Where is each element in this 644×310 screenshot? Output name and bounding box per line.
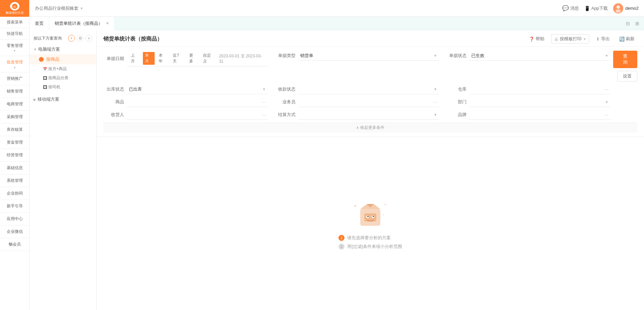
product-label: 商品 [103,99,127,105]
receipt-status-select[interactable]: ▼ [300,87,437,91]
svg-text:好: 好 [13,5,16,8]
warehouse-control[interactable]: ··· [469,84,610,94]
doc-status-control[interactable]: 已生效 ▼ [469,51,610,61]
recipient-control[interactable]: ··· [127,110,268,120]
recipient-label: 收货人 [103,112,127,118]
tab-right-buttons: ⊟ ⊞ [624,19,644,28]
chevron-down-icon: ▼ [605,54,608,58]
empty-illustration: ✦ ✦ ✦ [350,197,390,231]
add-scheme-btn[interactable]: + [68,35,75,42]
tab-home[interactable]: 首页 [30,17,49,30]
out-status-select[interactable]: 已出库 ▼ [129,86,266,92]
date-7days[interactable]: 近7天 [171,52,185,65]
pc-group: ▼ 电脑端方案 按商品 📅 按月+商品 🔲 按商品分类 🔲 按司机 [30,44,96,94]
empty-tip-2: 2 用[过滤]条件来缩小分析范围 [338,244,402,250]
collapse-filter-bar[interactable]: ∧ 收起更多条件 [103,122,637,133]
chevron-down-icon: ▼ [605,100,608,104]
sidebar-item-ecommerce[interactable]: 电商管理 [0,98,29,111]
doc-type-label: 单据类型 [275,53,298,59]
phone-icon: 📱 [584,6,590,11]
sidebar-item-finance[interactable]: 资金管理 [0,136,29,149]
collapse-panel-btn[interactable]: « [86,35,92,42]
tree-sub-category[interactable]: 🔲 按商品分类 [30,73,96,83]
export-btn[interactable]: ⬆ 导出 [593,35,612,43]
quick-nav-item[interactable]: 快捷导航 [0,28,29,40]
calendar-icon: 📅 [43,67,47,71]
sidebar-item-retail[interactable]: 零售管理 ▼ [0,40,29,56]
product-control[interactable]: ··· [127,97,268,107]
doc-type-value: 销货单 [300,53,432,59]
sidebar-item-newbie[interactable]: 新手引导 [0,200,29,213]
collapse-icon: ∧ [356,125,359,130]
doc-type-control[interactable]: 销货单 ▼ [298,51,439,61]
doc-status-select[interactable]: 已生效 ▼ [471,53,608,59]
department-select[interactable]: ▼ [471,100,608,104]
tab-minimize-btn[interactable]: ⊟ [624,19,632,28]
tree-sub-scanner[interactable]: 🔲 按司机 [30,83,96,92]
sidebar-item-purchase[interactable]: 采购管理 [0,111,29,123]
date-last-month[interactable]: 上月 [129,52,141,65]
filter-action-col: 查询 设置 [610,51,637,82]
more-icon[interactable]: ··· [433,99,437,105]
tab-maximize-btn[interactable]: ⊞ [633,19,641,28]
chevron-down-icon: ▼ [433,87,437,91]
help-btn[interactable]: ❓ 帮助 [526,35,547,43]
receipt-status-control[interactable]: ▼ [298,84,439,94]
tab-bar: 首页 销货单统计表（按商品） ✕ ⊟ ⊞ [30,17,644,30]
sub-item-label: 按商品分类 [48,75,68,81]
mobile-group-header[interactable]: ▶ 移动端方案 [30,94,96,104]
user-profile-btn[interactable]: demo2 [613,3,639,13]
date-custom[interactable]: 自定义 [201,52,217,65]
tab-report[interactable]: 销货单统计表（按商品） ✕ [49,17,115,30]
settlement-select[interactable]: ▼ [300,113,437,117]
print-template-btn[interactable]: 🖨 按模板打印 ▼ [551,34,589,44]
date-filter-control[interactable]: 上月 本月 本年 近7天 更多 自定义 2023-03-01 至 2023-03… [127,51,268,66]
sidebar-item-apps[interactable]: 应用中心 [0,213,29,225]
sidebar-item-sales[interactable]: 销售管理 [0,85,29,98]
out-status-control[interactable]: 已出库 ▼ [127,84,268,94]
warehouse-label: 仓库 [446,86,469,92]
sidebar-item-ops[interactable]: 经营管理 [0,149,29,162]
brand-control[interactable]: ··· [469,110,610,120]
department-control[interactable]: ▼ [469,97,610,107]
dropdown-icon[interactable]: ▼ [80,6,84,10]
sidebar-item-corp[interactable]: 企业协同 [0,187,29,200]
svg-rect-6 [364,213,376,221]
app-download-btn[interactable]: 📱 App下载 [584,5,608,11]
more-icon[interactable]: ··· [604,112,608,117]
tab-close-btn[interactable]: ✕ [106,21,109,25]
sidebar-item-basic[interactable]: 基础信息 [0,162,29,174]
sidebar-item-member[interactable]: 畅会员 [0,238,29,251]
chevron-down-icon: ▼ [433,113,437,117]
sidebar-item-inventory[interactable]: 库存核算 [0,123,29,136]
top-header: 办公用品行业模拟账套 ▼ 💬 消息 📱 App下载 demo2 [30,0,644,17]
sidebar-item-wechat[interactable]: 企业微信 [0,225,29,238]
settlement-control[interactable]: ▼ [298,110,439,120]
more-icon[interactable]: ··· [604,87,608,92]
sidebar-item-wholesale[interactable]: 批发管理 ▲ [0,56,29,72]
pc-group-header[interactable]: ▼ 电脑端方案 [30,44,96,54]
tree-sub-month-product[interactable]: 📅 按月+商品 [30,64,96,73]
svg-point-3 [616,5,620,9]
date-this-month[interactable]: 本月 [143,52,155,65]
more-icon[interactable]: ··· [262,99,266,105]
settings-button[interactable]: 设置 [617,71,637,82]
report-tab-label: 销货单统计表（按商品） [55,20,103,27]
settings-scheme-btn[interactable]: ⚙ [77,35,84,42]
date-more[interactable]: 更多 [187,52,199,65]
search-menu-item[interactable]: 搜索菜单 [0,17,29,28]
chevron-icon: ▲ [13,66,16,69]
sub-item-label: 按司机 [48,84,60,90]
query-button[interactable]: 查询 [613,51,637,68]
sidebar-item-marketing[interactable]: 营销推广 [0,72,29,85]
sub-item-label: 按月+商品 [48,66,67,72]
more-icon[interactable]: ··· [262,112,266,117]
doc-type-select[interactable]: 销货单 ▼ [300,53,437,59]
date-this-year[interactable]: 本年 [157,52,169,65]
salesperson-control[interactable]: ··· [298,97,439,107]
sidebar-item-system[interactable]: 系统管理 [0,174,29,187]
refresh-btn[interactable]: 🔄 刷新 [616,35,637,43]
message-btn[interactable]: 💬 消息 [562,5,579,11]
tree-item-by-product[interactable]: 按商品 [30,54,96,64]
tip-number-2: 2 [338,244,344,250]
